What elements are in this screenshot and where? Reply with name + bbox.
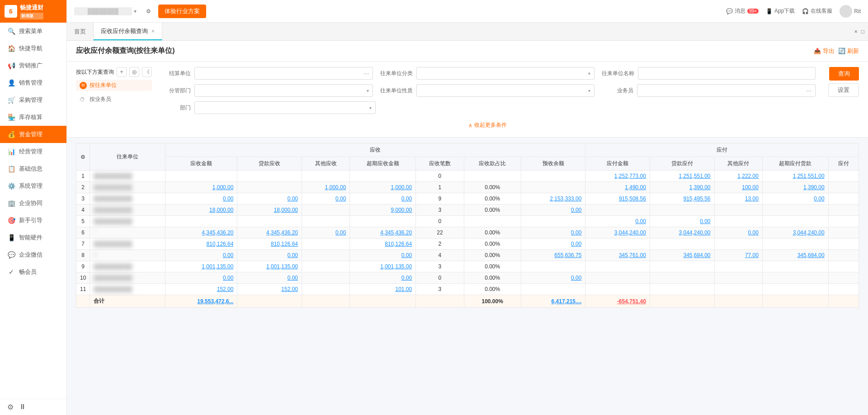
col-other-payable: 其他应付 — [714, 157, 762, 171]
expand-tab-icon[interactable]: □ — [861, 29, 864, 35]
system-icon: ⚙️ — [7, 182, 15, 190]
tab-home[interactable]: 首页 — [67, 23, 94, 40]
message-badge: 99+ — [747, 9, 759, 14]
table-settings-icon[interactable]: ⚙ — [76, 143, 90, 171]
name-input[interactable] — [638, 67, 816, 80]
edit-scheme-button[interactable]: ◎ — [129, 67, 139, 77]
filter-field-name: 往来单位名称 — [602, 67, 816, 80]
marketing-icon: 📢 — [7, 62, 15, 70]
sidebar-label-corp: 企业协同 — [19, 199, 42, 207]
logo-name: 畅捷通财 — [20, 4, 43, 12]
filter-field-bizdept: 部门 ▾ — [159, 101, 376, 114]
collapse-more-button[interactable]: ∧ 收起更多条件 — [159, 119, 816, 132]
col-payable-amount: 应付金额 — [585, 157, 650, 171]
sidebar-item-guide[interactable]: 🎯 新手引导 — [0, 212, 66, 229]
sidebar-settings-icon[interactable]: ⚙ — [7, 403, 14, 411]
sales-icon: 👤 — [7, 79, 15, 87]
add-scheme-button[interactable]: + — [117, 67, 127, 77]
operation-icon: 📊 — [7, 148, 15, 156]
sidebar-item-sales[interactable]: 👤 销售管理 — [0, 74, 66, 91]
message-icon: 💬 — [726, 8, 733, 14]
topbar-right: 💬 消息 99+ 📱 App下载 🎧 在线客服 Rit — [726, 5, 861, 18]
message-button[interactable]: 💬 消息 99+ — [726, 7, 759, 15]
bizdept-input[interactable]: ▾ — [194, 101, 376, 114]
sidebar-label-quick: 快捷导航 — [19, 44, 42, 52]
col-group-payable: 应付 — [585, 143, 859, 157]
filter-fields: 结算单位 ··· 往来单位分类 ▾ — [159, 67, 816, 132]
service-icon: 🎧 — [802, 8, 809, 14]
sidebar-item-member[interactable]: ✓ 畅会员 — [0, 263, 66, 281]
export-icon: 📤 — [814, 48, 821, 54]
sidebar-item-marketing[interactable]: 📢 营销推广 — [0, 57, 66, 74]
promo-button[interactable]: 体验行业方案 — [158, 5, 206, 18]
sidebar-label-inventory: 库存核算 — [19, 113, 42, 121]
close-all-tabs-icon[interactable]: × — [854, 29, 858, 35]
scheme-counterparty-label: 按往来单位 — [90, 81, 117, 89]
logo-badge: 标准版 — [20, 13, 43, 19]
sidebar-item-hardware[interactable]: 📱 智能硬件 — [0, 229, 66, 246]
sidebar-item-finance[interactable]: 💰 资金管理 — [0, 126, 66, 143]
query-button[interactable]: 查询 — [829, 67, 859, 81]
sidebar-label-marketing: 营销推广 — [19, 62, 42, 70]
user-area[interactable]: Rit — [840, 5, 861, 18]
finance-icon: 💰 — [7, 130, 15, 138]
guide-icon: 🎯 — [7, 216, 15, 224]
online-service-label: 在线客服 — [811, 7, 832, 15]
table-row: 6^4,345,436.204,345,436.200.004,345,436.… — [76, 227, 859, 239]
refresh-button[interactable]: 🔄 刷新 — [838, 47, 859, 55]
app-logo: 6 畅捷通财 标准版 — [0, 0, 66, 23]
sidebar-item-quick-nav[interactable]: 🏠 快捷导航 — [0, 40, 66, 57]
name-label: 往来单位名称 — [602, 70, 634, 77]
scheme-label: 按以下方案查询 — [76, 68, 114, 76]
filter-row-1: 结算单位 ··· 往来单位分类 ▾ — [159, 67, 816, 80]
sidebar-bottom: ⚙ ⏸ — [0, 399, 66, 415]
table-row: 5██████████00.000.00 — [76, 216, 859, 227]
col-payable-more: 应付 — [828, 157, 859, 171]
corp-icon: 🏢 — [7, 199, 15, 207]
sidebar-collapse-icon[interactable]: ⏸ — [19, 403, 26, 411]
bizdept-chevron-icon: ▾ — [369, 105, 372, 110]
collapse-scheme-button[interactable]: 《 — [142, 67, 152, 77]
table-row: 11██████████152.00152.00101.0030.00% — [76, 284, 859, 295]
table-row: 9██████████1,001,135.001,001,135.001,001… — [76, 261, 859, 272]
export-button[interactable]: 📤 导出 — [814, 47, 835, 55]
sidebar-label-purchase: 采购管理 — [19, 96, 42, 104]
sidebar-item-corp[interactable]: 🏢 企业协同 — [0, 195, 66, 212]
sidebar-item-operation[interactable]: 📊 经营管理 — [0, 143, 66, 160]
total-prepaid[interactable]: 6,417,215.... — [521, 295, 585, 308]
dept-input[interactable]: ▾ — [194, 84, 373, 97]
col-counterparty: 往来单位 — [90, 143, 165, 171]
total-rec-amount[interactable]: 19,553,472,6... — [165, 295, 237, 308]
category-input[interactable]: ▾ — [416, 67, 594, 80]
sidebar-item-basic[interactable]: 📋 基础信息 — [0, 160, 66, 177]
gear-button[interactable]: ⚙ — [142, 5, 155, 18]
settlement-input[interactable]: ··· — [194, 67, 373, 80]
hardware-icon: 📱 — [7, 234, 15, 242]
scheme-item-counterparty[interactable]: 财 按往来单位 — [76, 80, 152, 91]
sidebar-item-search-menu[interactable]: 🔍 搜索菜单 — [0, 23, 66, 40]
col-prepaid-balance: 预收余额 — [521, 157, 585, 171]
sidebar-item-system[interactable]: ⚙️ 系统管理 — [0, 177, 66, 195]
app-download-button[interactable]: 📱 App下载 — [766, 7, 795, 15]
online-service-button[interactable]: 🎧 在线客服 — [802, 7, 832, 15]
salesperson-input[interactable]: ··· — [637, 84, 816, 97]
sidebar-label-hardware: 智能硬件 — [19, 234, 42, 242]
filter-field-dept: 分管部门 ▾ — [159, 84, 373, 97]
sidebar-label-finance: 资金管理 — [19, 130, 42, 138]
salesperson-scheme-icon: ⏱ — [80, 96, 85, 103]
nature-input[interactable]: ▾ — [416, 84, 594, 97]
filter-field-salesperson: 业务员 ··· — [602, 84, 816, 97]
total-pay-amount[interactable]: -654,751.40 — [585, 295, 650, 308]
table-area: ⚙ 往来单位 应收 应付 应收金额 贷款应收 其他应收 超期应收金额 应收笔数 … — [67, 138, 868, 415]
tab-close-button[interactable]: × — [151, 28, 155, 34]
sidebar-item-purchase[interactable]: 🛒 采购管理 — [0, 91, 66, 109]
sidebar-item-wechat[interactable]: 💬 企业微信 — [0, 246, 66, 263]
bizdept-label: 部门 — [159, 104, 191, 112]
sidebar-item-inventory[interactable]: 🏪 库存核算 — [0, 109, 66, 126]
set-button[interactable]: 设置 — [828, 83, 859, 97]
col-overdue-receivable: 超期应收金额 — [350, 157, 416, 171]
scheme-item-salesperson[interactable]: ⏱ 按业务员 — [76, 94, 152, 105]
col-group-receivable: 应收 — [165, 143, 585, 157]
category-label: 往来单位分类 — [380, 70, 413, 77]
tab-receivable-query[interactable]: 应收应付余额查询 × — [94, 23, 162, 40]
